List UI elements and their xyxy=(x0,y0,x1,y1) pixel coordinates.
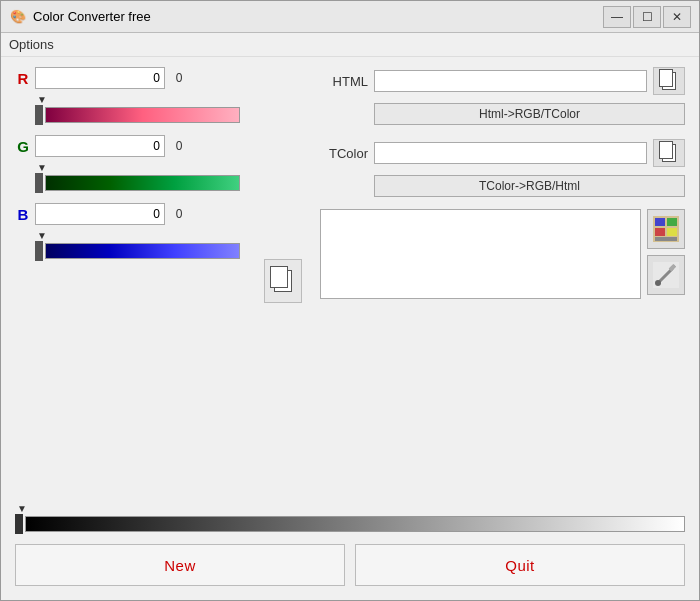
green-slider-arrow: ▼ xyxy=(37,163,245,173)
menu-bar: Options xyxy=(1,33,699,57)
grayscale-bar[interactable] xyxy=(25,516,685,532)
bottom-slider-area: ▼ xyxy=(15,503,685,534)
maximize-button[interactable]: ☐ xyxy=(633,6,661,28)
right-icons xyxy=(647,209,685,299)
svg-rect-2 xyxy=(667,218,677,226)
eyedropper-button[interactable] xyxy=(647,255,685,295)
svg-rect-4 xyxy=(667,228,677,236)
middle-panel xyxy=(255,67,310,495)
green-input[interactable] xyxy=(35,135,165,157)
red-slider-arrow: ▼ xyxy=(37,95,245,105)
main-window: 🎨 Color Converter free — ☐ ✕ Options R 0… xyxy=(0,0,700,601)
palette-icon xyxy=(652,215,680,243)
minimize-button[interactable]: — xyxy=(603,6,631,28)
svg-rect-1 xyxy=(655,218,665,226)
main-area: R 0 ▼ G 0 ▼ xyxy=(15,67,685,495)
right-panel: HTML Html->RGB/TColor TColor xyxy=(320,67,685,495)
green-gradient-bar[interactable] xyxy=(45,175,240,191)
bottom-slider-arrow: ▼ xyxy=(17,503,685,514)
window-title: Color Converter free xyxy=(33,9,603,24)
html-copy-button[interactable] xyxy=(653,67,685,95)
red-slider-row: R 0 xyxy=(15,67,245,89)
red-value-display: 0 xyxy=(169,71,189,85)
palette-button[interactable] xyxy=(647,209,685,249)
new-button[interactable]: New xyxy=(15,544,345,586)
green-slider-row: G 0 xyxy=(15,135,245,157)
eyedropper-icon xyxy=(652,261,680,289)
red-label: R xyxy=(15,70,31,87)
blue-slider-row: B 0 xyxy=(15,203,245,225)
svg-rect-3 xyxy=(655,228,665,236)
tcolor-field-row: TColor xyxy=(320,139,685,167)
svg-rect-5 xyxy=(655,237,677,241)
red-gradient-bar[interactable] xyxy=(45,107,240,123)
app-icon: 🎨 xyxy=(9,8,27,26)
tcolor-input[interactable] xyxy=(374,142,647,164)
content-area: R 0 ▼ G 0 ▼ xyxy=(1,57,699,600)
blue-slider-arrow: ▼ xyxy=(37,231,245,241)
html-label: HTML xyxy=(320,74,368,89)
red-track-container: ▼ xyxy=(35,95,245,125)
html-input[interactable] xyxy=(374,70,647,92)
blue-label: B xyxy=(15,206,31,223)
color-preview-box xyxy=(320,209,641,299)
quit-button[interactable]: Quit xyxy=(355,544,685,586)
window-controls: — ☐ ✕ xyxy=(603,6,691,28)
blue-value-display: 0 xyxy=(169,207,189,221)
tcolor-label: TColor xyxy=(320,146,368,161)
green-label: G xyxy=(15,138,31,155)
copy-middle-button[interactable] xyxy=(264,259,302,303)
svg-point-9 xyxy=(655,280,661,286)
tcolor-convert-button[interactable]: TColor->RGB/Html xyxy=(374,175,685,197)
blue-input[interactable] xyxy=(35,203,165,225)
footer: New Quit xyxy=(15,544,685,590)
tcolor-copy-button[interactable] xyxy=(653,139,685,167)
html-field-row: HTML xyxy=(320,67,685,95)
html-convert-button[interactable]: Html->RGB/TColor xyxy=(374,103,685,125)
blue-gradient-bar[interactable] xyxy=(45,243,240,259)
color-preview-area xyxy=(320,209,685,299)
rgb-panel: R 0 ▼ G 0 ▼ xyxy=(15,67,245,495)
blue-track-container: ▼ xyxy=(35,231,245,261)
green-value-display: 0 xyxy=(169,139,189,153)
green-track-container: ▼ xyxy=(35,163,245,193)
red-input[interactable] xyxy=(35,67,165,89)
close-button[interactable]: ✕ xyxy=(663,6,691,28)
title-bar: 🎨 Color Converter free — ☐ ✕ xyxy=(1,1,699,33)
options-menu[interactable]: Options xyxy=(9,37,54,52)
